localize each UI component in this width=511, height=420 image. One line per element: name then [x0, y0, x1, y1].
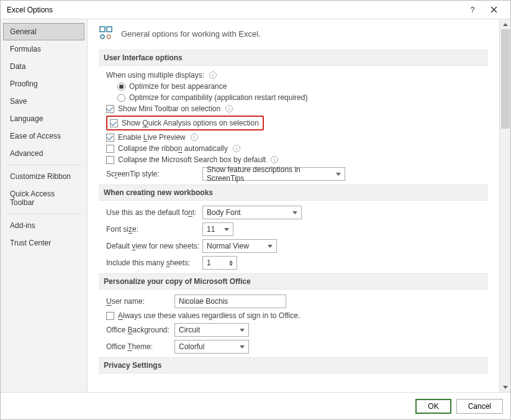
- checkbox-label: Collapse the Microsoft Search box by def…: [118, 155, 266, 164]
- highlighted-quick-analysis: Show Quick Analysis options on selection: [106, 116, 264, 130]
- scroll-down-button[interactable]: [500, 382, 510, 392]
- office-bg-label: Office Background:: [106, 326, 174, 334]
- section-new-workbooks: When creating new workbooks: [99, 185, 488, 201]
- sidebar-item-add-ins[interactable]: Add-ins: [3, 217, 84, 234]
- info-icon[interactable]: i: [209, 71, 217, 79]
- chevron-down-icon: [240, 345, 245, 349]
- font-size-select[interactable]: 11: [202, 222, 233, 236]
- scroll-up-button[interactable]: [500, 19, 510, 29]
- sidebar-item-customize-ribbon[interactable]: Customize Ribbon: [3, 168, 84, 185]
- sidebar-item-quick-access-toolbar[interactable]: Quick Access Toolbar: [3, 185, 84, 211]
- radio-label: Optimize for compatibility (application …: [129, 93, 307, 102]
- info-icon[interactable]: i: [225, 105, 233, 112]
- sidebar-item-general[interactable]: General: [3, 23, 84, 40]
- sidebar-item-trust-center[interactable]: Trust Center: [3, 234, 84, 252]
- sheets-count-spinner[interactable]: 1: [202, 256, 237, 270]
- sidebar-item-data[interactable]: Data: [3, 58, 84, 75]
- close-button[interactable]: [483, 3, 504, 17]
- chevron-down-icon: [240, 329, 245, 332]
- vertical-scrollbar[interactable]: [499, 19, 510, 392]
- info-icon[interactable]: i: [271, 156, 278, 163]
- chevron-down-icon: [292, 211, 297, 214]
- username-input[interactable]: Nicolae Bochis: [174, 294, 286, 308]
- chevron-down-icon: [224, 228, 229, 231]
- checkbox-always-use[interactable]: [106, 312, 114, 320]
- office-theme-label: Office Theme:: [106, 342, 174, 351]
- close-icon: [491, 6, 497, 13]
- office-theme-select[interactable]: Colorful: [174, 340, 249, 354]
- sidebar-item-save[interactable]: Save: [3, 93, 84, 110]
- svg-point-2: [101, 35, 104, 39]
- section-ui-options: User Interface options: [99, 50, 488, 66]
- titlebar: Excel Options ?: [1, 1, 510, 19]
- radio-optimize-appearance[interactable]: [117, 83, 125, 91]
- checkbox-label: Show Mini Toolbar on selection: [118, 104, 220, 113]
- dialog-footer: OK Cancel: [1, 392, 510, 419]
- chevron-down-icon: [268, 245, 273, 248]
- help-button[interactable]: ?: [462, 3, 483, 17]
- checkbox-label: Collapse the ribbon automatically: [118, 144, 228, 153]
- svg-rect-1: [107, 27, 112, 32]
- sidebar-item-formulas[interactable]: Formulas: [3, 40, 84, 58]
- general-options-icon: [99, 25, 114, 42]
- sheets-count-label: Include this many sheets:: [106, 258, 202, 267]
- checkbox-live-preview[interactable]: [106, 134, 114, 142]
- svg-rect-0: [100, 27, 105, 32]
- font-size-label: Font size:: [106, 225, 202, 234]
- default-font-select[interactable]: Body Font: [202, 206, 302, 219]
- ok-button[interactable]: OK: [415, 399, 451, 414]
- sidebar-item-ease-of-access[interactable]: Ease of Access: [3, 127, 84, 145]
- svg-point-3: [107, 35, 111, 39]
- sidebar-item-language[interactable]: Language: [3, 110, 84, 127]
- sidebar-item-advanced[interactable]: Advanced: [3, 145, 84, 162]
- default-view-select[interactable]: Normal View: [202, 239, 277, 253]
- checkbox-collapse-search[interactable]: [106, 156, 114, 164]
- info-icon[interactable]: i: [233, 145, 240, 152]
- screentip-select[interactable]: Show feature descriptions in ScreenTips: [202, 167, 345, 181]
- options-sidebar: GeneralFormulasDataProofingSaveLanguageE…: [1, 19, 88, 392]
- cancel-button[interactable]: Cancel: [456, 399, 503, 414]
- content-pane: General options for working with Excel. …: [88, 19, 499, 392]
- multi-displays-label: When using multiple displays:: [106, 71, 204, 80]
- checkbox-label: Show Quick Analysis options on selection: [122, 119, 259, 127]
- checkbox-collapse-ribbon[interactable]: [106, 145, 114, 153]
- sidebar-item-proofing[interactable]: Proofing: [3, 75, 84, 93]
- username-label: User name:: [106, 297, 174, 306]
- screentip-label: ScreenTip style:: [106, 170, 202, 178]
- checkbox-quick-analysis[interactable]: [110, 119, 118, 127]
- radio-optimize-compat[interactable]: [117, 94, 125, 102]
- default-font-label: Use this as the default font:: [106, 208, 202, 217]
- default-view-label: Default view for new sheets:: [106, 242, 202, 250]
- section-personalize: Personalize your copy of Microsoft Offic…: [99, 273, 488, 290]
- checkbox-label: Always use these values regardless of si…: [118, 311, 300, 320]
- scroll-thumb[interactable]: [501, 29, 510, 129]
- office-bg-select[interactable]: Circuit: [174, 323, 249, 337]
- chevron-down-icon: [336, 173, 341, 176]
- dialog-title: Excel Options: [7, 6, 462, 14]
- checkbox-mini-toolbar[interactable]: [106, 105, 114, 113]
- page-heading: General options for working with Excel.: [121, 29, 261, 39]
- section-privacy: Privacy Settings: [99, 357, 488, 373]
- radio-label: Optimize for best appearance: [129, 82, 227, 91]
- info-icon[interactable]: i: [191, 134, 198, 141]
- checkbox-label: Enable Live Preview: [118, 133, 186, 142]
